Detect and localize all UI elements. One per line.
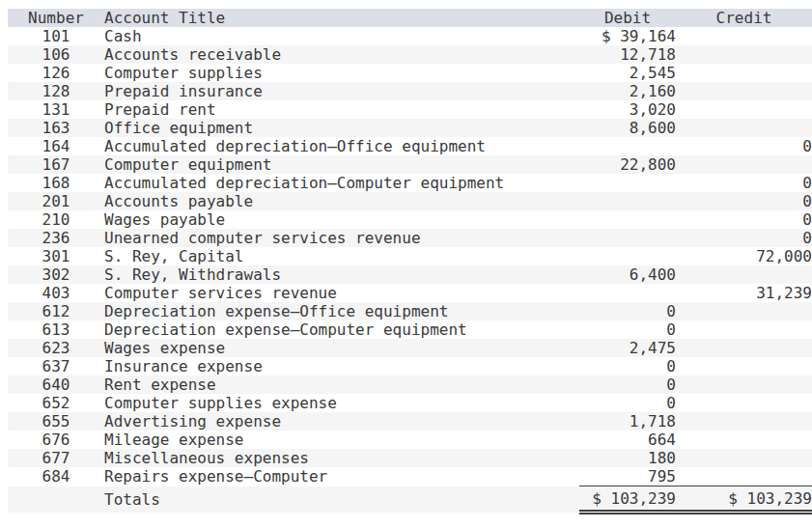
trial-balance-table: Number Account Title Debit Credit 101Cas… [8,9,812,514]
account-number-cell: 677 [8,449,104,467]
account-row: 236Unearned computer services revenue0 [8,229,812,247]
account-row: 623Wages expense2,475 [8,339,812,357]
account-number-cell: 163 [8,119,104,137]
column-header-number: Number [8,9,104,27]
debit-amount-cell: 0 [579,302,676,320]
debit-amount-cell: 0 [579,394,676,412]
account-title-cell: Mileage expense [104,431,579,449]
credit-amount-cell [676,412,812,431]
account-title-cell: Computer supplies expense [104,394,579,412]
account-number-cell: 131 [8,100,104,119]
totals-spacer-cell [8,486,104,513]
column-header-account-title: Account Title [104,9,579,27]
credit-amount-cell: 0 [676,192,812,210]
account-number-cell: 301 [8,247,104,265]
account-row: 201Accounts payable0 [8,192,812,210]
account-row: 106Accounts receivable12,718 [8,45,812,64]
account-row: 684Repairs expense—Computer795 [8,467,812,486]
account-row: 101Cash$ 39,164 [8,27,812,45]
debit-amount-cell: 2,475 [579,339,676,357]
debit-amount-cell: 0 [579,375,676,394]
account-number-cell: 676 [8,431,104,449]
account-number-cell: 655 [8,412,104,431]
debit-amount-cell: 22,800 [579,155,676,174]
account-row: 163Office equipment8,600 [8,119,812,137]
credit-amount-cell: 0 [676,229,812,247]
account-row: 126Computer supplies2,545 [8,64,812,82]
account-title-cell: Prepaid rent [104,100,579,119]
account-title-cell: Computer equipment [104,155,579,174]
account-number-cell: 652 [8,394,104,412]
account-row: 676Mileage expense664 [8,431,812,449]
table-body: 101Cash$ 39,164106Accounts receivable12,… [8,27,812,486]
account-title-cell: Accumulated depreciation—Office equipmen… [104,137,579,155]
account-title-cell: Cash [104,27,579,45]
credit-amount-cell [676,265,812,284]
account-number-cell: 164 [8,137,104,155]
account-row: 613Depreciation expense—Computer equipme… [8,320,812,339]
account-number-cell: 201 [8,192,104,210]
account-number-cell: 637 [8,357,104,375]
totals-debit-value: $ 103,239 [579,486,676,513]
account-title-cell: Advertising expense [104,412,579,431]
account-row: 131Prepaid rent3,020 [8,100,812,119]
debit-amount-cell [579,247,676,265]
account-row: 403Computer services revenue31,239 [8,284,812,302]
account-number-cell: 167 [8,155,104,174]
debit-amount-cell: $ 39,164 [579,27,676,45]
account-title-cell: Unearned computer services revenue [104,229,579,247]
account-number-cell: 101 [8,27,104,45]
account-number-cell: 613 [8,320,104,339]
account-row: 164Accumulated depreciation—Office equip… [8,137,812,155]
debit-amount-cell: 0 [579,320,676,339]
account-title-cell: Computer supplies [104,64,579,82]
account-title-cell: Wages expense [104,339,579,357]
debit-amount-cell: 0 [579,357,676,375]
debit-amount-cell: 8,600 [579,119,676,137]
credit-amount-cell [676,339,812,357]
credit-amount-cell [676,100,812,119]
debit-amount-cell [579,137,676,155]
credit-amount-cell [676,82,812,100]
totals-row: Totals $ 103,239 $ 103,239 [8,486,812,513]
account-title-cell: Repairs expense—Computer [104,467,579,486]
account-row: 677Miscellaneous expenses180 [8,449,812,467]
account-title-cell: S. Rey, Withdrawals [104,265,579,284]
debit-amount-cell: 1,718 [579,412,676,431]
account-title-cell: Rent expense [104,375,579,394]
account-number-cell: 403 [8,284,104,302]
credit-amount-cell [676,449,812,467]
account-row: 640Rent expense0 [8,375,812,394]
table-header-row: Number Account Title Debit Credit [8,9,812,27]
credit-amount-cell [676,467,812,486]
account-title-cell: S. Rey, Capital [104,247,579,265]
debit-amount-cell: 2,545 [579,64,676,82]
credit-amount-cell [676,64,812,82]
credit-amount-cell [676,431,812,449]
account-title-cell: Computer services revenue [104,284,579,302]
credit-amount-cell: 0 [676,137,812,155]
totals-credit-value: $ 103,239 [676,486,812,513]
account-title-cell: Insurance expense [104,357,579,375]
credit-amount-cell [676,320,812,339]
account-row: 128Prepaid insurance2,160 [8,82,812,100]
account-title-cell: Wages payable [104,210,579,229]
credit-amount-cell [676,357,812,375]
account-row: 637Insurance expense0 [8,357,812,375]
account-number-cell: 302 [8,265,104,284]
credit-amount-cell [676,302,812,320]
account-number-cell: 684 [8,467,104,486]
debit-amount-cell: 2,160 [579,82,676,100]
credit-amount-cell [676,394,812,412]
account-title-cell: Prepaid insurance [104,82,579,100]
account-title-cell: Accumulated depreciation—Computer equipm… [104,174,579,192]
account-number-cell: 106 [8,45,104,64]
credit-amount-cell: 0 [676,210,812,229]
debit-amount-cell [579,174,676,192]
debit-amount-cell [579,284,676,302]
account-row: 168Accumulated depreciation—Computer equ… [8,174,812,192]
debit-amount-cell [579,192,676,210]
account-title-cell: Depreciation expense—Computer equipment [104,320,579,339]
account-title-cell: Miscellaneous expenses [104,449,579,467]
debit-amount-cell [579,210,676,229]
